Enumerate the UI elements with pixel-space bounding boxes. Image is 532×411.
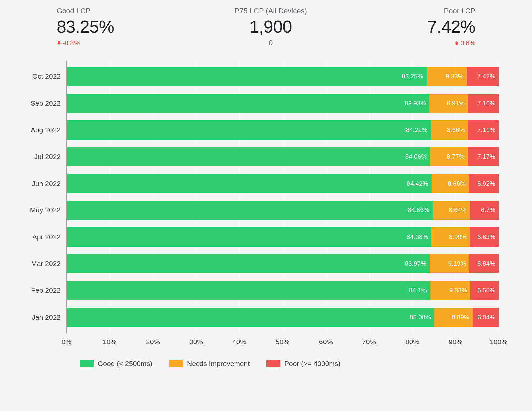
bar-segment-ni: 9.33% bbox=[430, 281, 470, 300]
row-label: Mar 2022 bbox=[14, 260, 61, 268]
bar-segment-poor: 7.11% bbox=[468, 120, 499, 140]
bar-segment-ni: 8.66% bbox=[431, 120, 468, 140]
arrow-down-icon: 🡇 bbox=[57, 41, 61, 46]
bar-segment-good: 84.42% bbox=[67, 174, 432, 193]
swatch-ni-icon bbox=[169, 360, 183, 367]
x-tick-label: 50% bbox=[276, 338, 290, 346]
metric-good-lcp: Good LCP 83.25% 🡇 -0.8% bbox=[57, 7, 114, 47]
bar-segment-poor: 7.17% bbox=[468, 147, 499, 166]
bar-segment-poor: 6.56% bbox=[470, 281, 499, 300]
bar-row: Sep 202283.93%8.91%7.16% bbox=[67, 94, 499, 113]
swatch-poor-icon bbox=[266, 360, 280, 367]
bar-segment-poor: 7.16% bbox=[468, 94, 499, 113]
bar-segment-good: 85.08% bbox=[67, 308, 434, 327]
bar-segment-good: 83.97% bbox=[67, 254, 430, 273]
metric-sub: 0 bbox=[269, 39, 273, 47]
metric-delta: 🡅 3.6% bbox=[454, 39, 475, 47]
bar-segment-poor: 6.84% bbox=[469, 254, 499, 273]
delta-text: -0.8% bbox=[63, 39, 80, 47]
row-label: Jan 2022 bbox=[14, 313, 61, 321]
bar-segment-ni: 8.89% bbox=[434, 308, 472, 327]
x-tick-label: 100% bbox=[490, 338, 508, 346]
metric-p75-lcp: P75 LCP (All Devices) 1,900 0 bbox=[235, 7, 307, 47]
x-tick-label: 20% bbox=[146, 338, 160, 346]
bar-row: Aug 202284.22%8.66%7.11% bbox=[67, 120, 499, 140]
x-tick-label: 40% bbox=[232, 338, 246, 346]
row-label: Apr 2022 bbox=[14, 233, 61, 241]
legend-item-good: Good (< 2500ms) bbox=[80, 360, 152, 368]
bar-segment-good: 84.66% bbox=[67, 201, 433, 220]
bar-segment-good: 83.25% bbox=[67, 67, 427, 86]
metric-label: P75 LCP (All Devices) bbox=[235, 7, 307, 15]
metric-delta: 🡇 -0.8% bbox=[57, 39, 80, 47]
row-label: Feb 2022 bbox=[14, 286, 61, 294]
lcp-distribution-chart: Oct 202283.25%9.33%7.42%Sep 202283.93%8.… bbox=[66, 61, 499, 350]
bar-row: Feb 202284.1%9.33%6.56% bbox=[67, 281, 499, 300]
legend-label: Good (< 2500ms) bbox=[98, 360, 152, 368]
legend-label: Poor (>= 4000ms) bbox=[284, 360, 340, 368]
legend-item-poor: Poor (>= 4000ms) bbox=[266, 360, 340, 368]
bar-row: Jun 202284.42%8.66%6.92% bbox=[67, 174, 499, 193]
x-tick-label: 30% bbox=[189, 338, 203, 346]
row-label: May 2022 bbox=[14, 206, 61, 214]
bar-row: Jul 202284.06%8.77%7.17% bbox=[67, 147, 499, 166]
x-tick-label: 10% bbox=[103, 338, 117, 346]
plot-area: Oct 202283.25%9.33%7.42%Sep 202283.93%8.… bbox=[66, 61, 499, 333]
x-tick-label: 90% bbox=[449, 338, 463, 346]
legend-label: Needs Improvement bbox=[187, 360, 250, 368]
bar-segment-poor: 7.42% bbox=[467, 67, 499, 86]
bar-segment-good: 84.1% bbox=[67, 281, 430, 300]
row-label: Jun 2022 bbox=[14, 180, 61, 188]
bar-segment-ni: 8.64% bbox=[433, 201, 470, 220]
summary-header: Good LCP 83.25% 🡇 -0.8% P75 LCP (All Dev… bbox=[13, 7, 519, 61]
x-tick-label: 80% bbox=[405, 338, 419, 346]
delta-text: 3.6% bbox=[460, 39, 475, 47]
bar-segment-ni: 8.91% bbox=[429, 94, 468, 113]
bar-segment-good: 83.93% bbox=[67, 94, 429, 113]
bar-segment-ni: 8.77% bbox=[430, 147, 468, 166]
x-tick-label: 60% bbox=[319, 338, 333, 346]
row-label: Oct 2022 bbox=[14, 72, 61, 80]
metric-value: 7.42% bbox=[427, 17, 475, 37]
metric-value: 83.25% bbox=[57, 17, 114, 37]
arrow-up-icon: 🡅 bbox=[454, 41, 459, 46]
bar-segment-poor: 6.7% bbox=[470, 201, 499, 220]
bar-segment-good: 84.38% bbox=[67, 227, 431, 247]
bar-segment-good: 84.22% bbox=[67, 120, 431, 140]
metric-label: Good LCP bbox=[57, 7, 91, 15]
row-label: Aug 2022 bbox=[14, 126, 61, 134]
bar-segment-good: 84.06% bbox=[67, 147, 430, 166]
legend: Good (< 2500ms) Needs Improvement Poor (… bbox=[13, 350, 519, 368]
grid-line bbox=[499, 61, 499, 333]
bar-segment-ni: 8.66% bbox=[432, 174, 469, 193]
bar-row: Jan 202285.08%8.89%6.04% bbox=[67, 308, 499, 327]
legend-item-ni: Needs Improvement bbox=[169, 360, 250, 368]
bar-row: Mar 202283.97%9.19%6.84% bbox=[67, 254, 499, 273]
metric-poor-lcp: Poor LCP 7.42% 🡅 3.6% bbox=[427, 7, 475, 47]
bar-row: Oct 202283.25%9.33%7.42% bbox=[67, 67, 499, 86]
bar-segment-ni: 8.99% bbox=[431, 227, 470, 247]
x-tick-label: 0% bbox=[62, 338, 71, 346]
metric-label: Poor LCP bbox=[444, 7, 475, 15]
bar-segment-poor: 6.92% bbox=[469, 174, 499, 193]
bar-row: May 202284.66%8.64%6.7% bbox=[67, 201, 499, 220]
bar-segment-poor: 6.04% bbox=[473, 308, 499, 327]
metric-value: 1,900 bbox=[249, 17, 292, 37]
bar-segment-ni: 9.33% bbox=[427, 67, 467, 86]
bar-row: Apr 202284.38%8.99%6.63% bbox=[67, 227, 499, 247]
row-label: Jul 2022 bbox=[14, 153, 61, 161]
swatch-good-icon bbox=[80, 360, 94, 367]
bar-segment-poor: 6.63% bbox=[470, 227, 499, 247]
x-tick-label: 70% bbox=[362, 338, 376, 346]
bar-segment-ni: 9.19% bbox=[430, 254, 469, 273]
x-axis: 0%10%20%30%40%50%60%70%80%90%100% bbox=[66, 333, 499, 350]
row-label: Sep 2022 bbox=[14, 99, 61, 107]
